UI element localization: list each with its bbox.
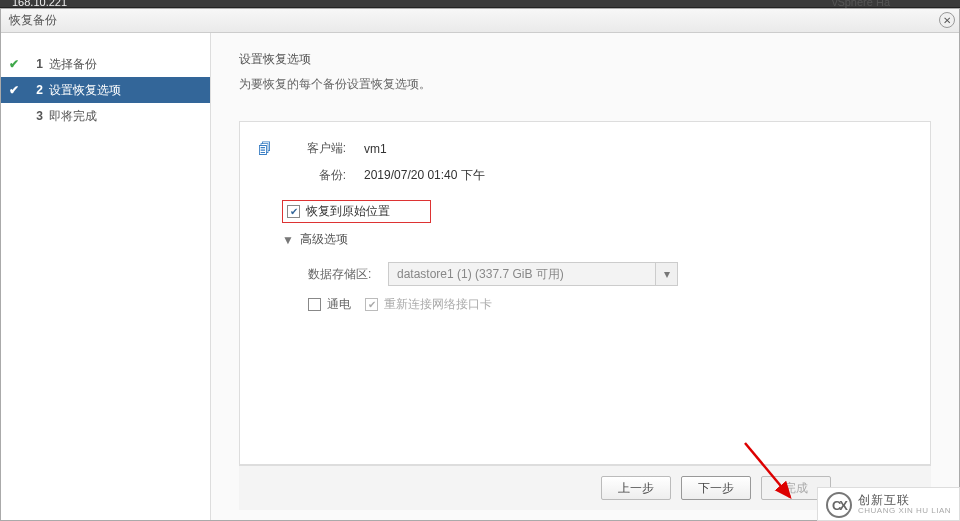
vm-icon: 🗐 xyxy=(258,141,272,157)
wizard-steps: ✔ 1 选择备份 ✔ 2 设置恢复选项 ✔ 3 即将完成 xyxy=(1,33,211,520)
advanced-options-toggle[interactable]: ▼ 高级选项 xyxy=(282,231,900,248)
content-heading: 设置恢复选项 xyxy=(239,51,931,68)
restore-options-panel: 🗐 客户端: vm1 备份: 2019/07/20 01:40 下午 恢复到原始… xyxy=(239,121,931,465)
chevron-down-icon[interactable]: ▾ xyxy=(655,263,677,285)
dialog-title-bar: 恢复备份 ✕ xyxy=(1,9,959,33)
step-ready-to-complete[interactable]: ✔ 3 即将完成 xyxy=(1,103,210,129)
wizard-content: 设置恢复选项 为要恢复的每个备份设置恢复选项。 🗐 客户端: vm1 备份: 2… xyxy=(211,33,959,520)
restore-original-highlight: 恢复到原始位置 xyxy=(282,200,431,223)
underlying-host-label: 168.10.221 xyxy=(12,0,67,8)
datastore-select[interactable]: datastore1 (1) (337.7 GiB 可用) ▾ xyxy=(388,262,678,286)
step-label: 设置恢复选项 xyxy=(49,82,121,99)
backup-value: 2019/07/20 01:40 下午 xyxy=(364,167,485,184)
close-icon[interactable]: ✕ xyxy=(939,12,955,28)
back-button[interactable]: 上一步 xyxy=(601,476,671,500)
restore-original-label: 恢复到原始位置 xyxy=(306,203,390,220)
reconnect-nic-label: 重新连接网络接口卡 xyxy=(384,296,492,313)
client-label: 客户端: xyxy=(290,140,346,157)
step-number: 2 xyxy=(29,83,43,97)
underlying-right-label: vSphere Ha xyxy=(832,0,890,8)
content-subheading: 为要恢复的每个备份设置恢复选项。 xyxy=(239,76,931,93)
watermark-en: CHUANG XIN HU LIAN xyxy=(858,507,951,516)
datastore-label: 数据存储区: xyxy=(308,266,388,283)
power-on-label: 通电 xyxy=(327,296,351,313)
dialog-title: 恢复备份 xyxy=(9,12,57,29)
watermark-logo-icon: CX xyxy=(826,492,852,518)
power-on-checkbox[interactable] xyxy=(308,298,321,311)
next-button[interactable]: 下一步 xyxy=(681,476,751,500)
step-number: 1 xyxy=(29,57,43,71)
chevron-down-icon: ▼ xyxy=(282,233,294,247)
check-icon: ✔ xyxy=(9,57,23,71)
step-label: 选择备份 xyxy=(49,56,97,73)
check-icon: ✔ xyxy=(9,83,23,97)
step-label: 即将完成 xyxy=(49,108,97,125)
step-set-restore-options[interactable]: ✔ 2 设置恢复选项 xyxy=(1,77,210,103)
watermark: CX 创新互联 CHUANG XIN HU LIAN xyxy=(817,487,960,521)
client-value: vm1 xyxy=(364,142,387,156)
restore-backup-dialog: 恢复备份 ✕ ✔ 1 选择备份 ✔ 2 设置恢复选项 ✔ 3 即将完成 设置恢复… xyxy=(0,8,960,521)
restore-original-checkbox[interactable] xyxy=(287,205,300,218)
backup-label: 备份: xyxy=(290,167,346,184)
reconnect-nic-checkbox xyxy=(365,298,378,311)
datastore-selected-value: datastore1 (1) (337.7 GiB 可用) xyxy=(389,266,655,283)
advanced-options-label: 高级选项 xyxy=(300,231,348,248)
step-number: 3 xyxy=(29,109,43,123)
step-select-backup[interactable]: ✔ 1 选择备份 xyxy=(1,51,210,77)
